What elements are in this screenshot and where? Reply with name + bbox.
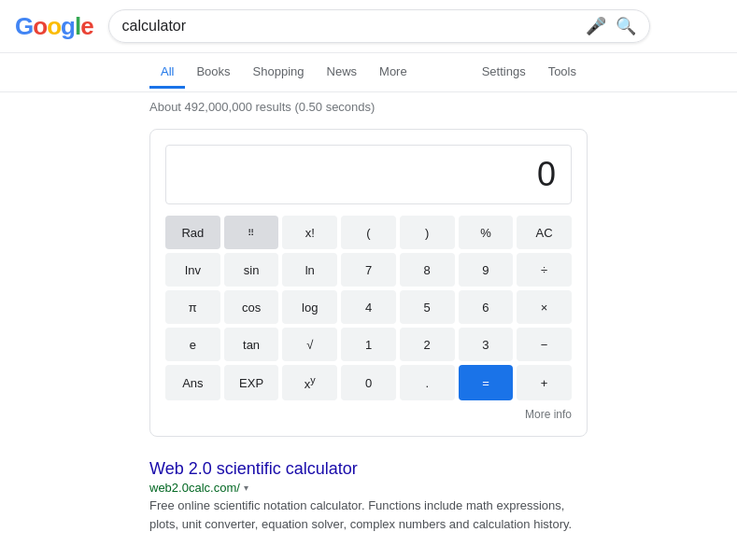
btn-8[interactable]: 8 bbox=[400, 253, 455, 287]
btn-log[interactable]: log bbox=[282, 290, 337, 324]
btn-ac[interactable]: AC bbox=[517, 216, 572, 249]
btn-subtract[interactable]: − bbox=[517, 328, 572, 361]
btn-exp[interactable]: EXP bbox=[224, 365, 279, 400]
result-snippet: Free online scientific notation calculat… bbox=[149, 497, 588, 533]
btn-7[interactable]: 7 bbox=[341, 253, 396, 287]
btn-power[interactable]: xy bbox=[282, 365, 337, 400]
nav-tabs: All Books Shopping News More Settings To… bbox=[0, 53, 737, 92]
calculator-grid: Rad ⠿ x! ( ) % AC Inv sin ln 7 8 9 ÷ π c… bbox=[165, 216, 572, 400]
btn-ln[interactable]: ln bbox=[282, 253, 337, 287]
btn-divide[interactable]: ÷ bbox=[517, 253, 572, 287]
btn-2[interactable]: 2 bbox=[400, 328, 455, 361]
result-url-dropdown[interactable]: ▾ bbox=[244, 483, 248, 493]
btn-e[interactable]: e bbox=[165, 328, 220, 361]
btn-6[interactable]: 6 bbox=[459, 290, 514, 324]
btn-5[interactable]: 5 bbox=[400, 290, 455, 324]
logo-g: G bbox=[15, 12, 33, 40]
btn-multiply[interactable]: × bbox=[517, 290, 572, 324]
results-info: About 492,000,000 results (0.50 seconds) bbox=[0, 92, 737, 121]
logo-e: e bbox=[80, 12, 92, 40]
btn-3[interactable]: 3 bbox=[459, 328, 514, 361]
logo-o1: o bbox=[33, 12, 47, 40]
result-title-link[interactable]: Web 2.0 scientific calculator bbox=[149, 459, 358, 478]
microphone-icon[interactable]: 🎤 bbox=[586, 16, 606, 36]
btn-4[interactable]: 4 bbox=[341, 290, 396, 324]
tab-books[interactable]: Books bbox=[185, 57, 241, 89]
tab-more[interactable]: More bbox=[368, 57, 418, 89]
result-title: Web 2.0 scientific calculator bbox=[149, 459, 588, 479]
search-result: Web 2.0 scientific calculator web2.0calc… bbox=[0, 452, 737, 540]
tab-settings[interactable]: Settings bbox=[471, 57, 537, 89]
btn-pi[interactable]: π bbox=[165, 290, 220, 324]
btn-cos[interactable]: cos bbox=[224, 290, 279, 324]
btn-inv[interactable]: Inv bbox=[165, 253, 220, 287]
calculator-display: 0 bbox=[165, 145, 572, 204]
tab-all[interactable]: All bbox=[149, 57, 185, 89]
google-logo: Google bbox=[15, 12, 93, 41]
result-url-text: web2.0calc.com/ bbox=[149, 481, 240, 495]
btn-sqrt[interactable]: √ bbox=[282, 328, 337, 361]
search-bar: 🎤 🔍 bbox=[108, 9, 650, 43]
btn-ans[interactable]: Ans bbox=[165, 365, 220, 400]
header: Google 🎤 🔍 bbox=[0, 0, 737, 53]
nav-right-tabs: Settings Tools bbox=[471, 57, 588, 88]
logo-g2: g bbox=[61, 12, 75, 40]
calculator-widget: 0 Rad ⠿ x! ( ) % AC Inv sin ln 7 8 9 ÷ π… bbox=[149, 129, 588, 437]
btn-open-paren[interactable]: ( bbox=[341, 216, 396, 249]
tab-tools[interactable]: Tools bbox=[537, 57, 588, 89]
tab-news[interactable]: News bbox=[316, 57, 369, 89]
btn-rad[interactable]: Rad bbox=[165, 216, 220, 249]
search-icons: 🎤 🔍 bbox=[586, 16, 636, 36]
logo-o2: o bbox=[47, 12, 61, 40]
btn-equals[interactable]: = bbox=[459, 365, 514, 400]
btn-1[interactable]: 1 bbox=[341, 328, 396, 361]
btn-percent[interactable]: % bbox=[459, 216, 514, 249]
tab-shopping[interactable]: Shopping bbox=[242, 57, 316, 89]
btn-factorial[interactable]: x! bbox=[282, 216, 337, 249]
result-url: web2.0calc.com/ ▾ bbox=[149, 481, 588, 495]
more-info-link[interactable]: More info bbox=[165, 400, 572, 421]
btn-add[interactable]: + bbox=[517, 365, 572, 400]
search-icon[interactable]: 🔍 bbox=[616, 16, 636, 36]
btn-tan[interactable]: tan bbox=[224, 328, 279, 361]
btn-close-paren[interactable]: ) bbox=[400, 216, 455, 249]
btn-0[interactable]: 0 bbox=[341, 365, 396, 400]
btn-9[interactable]: 9 bbox=[459, 253, 514, 287]
btn-sin[interactable]: sin bbox=[224, 253, 279, 287]
search-input[interactable] bbox=[122, 18, 586, 35]
btn-grid[interactable]: ⠿ bbox=[224, 216, 279, 249]
btn-decimal[interactable]: . bbox=[400, 365, 455, 400]
